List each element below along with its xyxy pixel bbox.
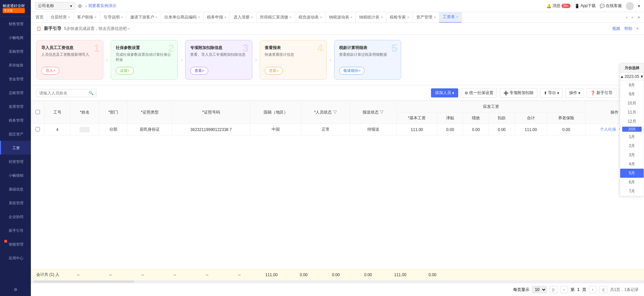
month-7[interactable]: 7月: [620, 187, 644, 196]
tab-customer[interactable]: 客户联络×: [74, 12, 100, 23]
close-tab-payroll[interactable]: ×: [456, 15, 458, 19]
close-tab-guide[interactable]: ×: [121, 15, 123, 19]
close-tab-customer[interactable]: ×: [95, 15, 97, 19]
tab-prev-icon[interactable]: ‹: [624, 14, 630, 21]
social-insurance-btn[interactable]: ⚙ 统一社保设置: [461, 88, 497, 98]
close-tab-clear[interactable]: ×: [251, 15, 253, 19]
row-checkbox[interactable]: [36, 127, 40, 131]
per-page-select[interactable]: 10 20 50: [532, 286, 547, 293]
tab-home[interactable]: 首页: [32, 12, 47, 23]
sidebar-item-guide[interactable]: 新手引导: [0, 223, 31, 237]
month-11[interactable]: 11月: [620, 108, 644, 117]
first-page-btn[interactable]: |‹: [549, 286, 558, 293]
month-8[interactable]: 8月: [620, 81, 644, 90]
message-btn[interactable]: 🔔 消息 99+: [546, 3, 571, 9]
filter-icon[interactable]: ▽: [333, 110, 337, 115]
company-selector[interactable]: 公司名称 ▾: [35, 2, 75, 10]
close-tab-tax-report[interactable]: ×: [224, 15, 226, 19]
app-download-btn[interactable]: 📱 App下载: [575, 3, 596, 9]
close-all-tabs-icon[interactable]: ×: [635, 14, 643, 21]
search-icon[interactable]: 🔍: [89, 91, 94, 95]
next-page-btn[interactable]: ›: [589, 286, 596, 293]
select-all-checkbox[interactable]: [36, 110, 40, 114]
tab-tax-expert[interactable]: 税检专家×: [386, 12, 413, 23]
close-guide-icon[interactable]: ×: [636, 26, 639, 31]
tab-income-tax[interactable]: 所得税汇算清缴×: [257, 12, 295, 23]
sidebar-item-app-center[interactable]: 应用中心: [0, 251, 31, 265]
sidebar-item-payroll[interactable]: 工资: [0, 141, 31, 155]
close-tab-assets[interactable]: ×: [434, 15, 436, 19]
close-tab-expert[interactable]: ×: [407, 15, 409, 19]
sidebar-item-inventory[interactable]: 库存核算: [0, 58, 31, 72]
close-tab-burden[interactable]: ×: [320, 15, 322, 19]
tab-next-icon[interactable]: ›: [630, 14, 635, 21]
month-3[interactable]: 3月: [620, 151, 644, 160]
month-2[interactable]: 2月: [620, 141, 644, 151]
sidebar-item-ledger[interactable]: 总账管理: [0, 86, 31, 99]
sidebar-item-tax[interactable]: 税务管理: [0, 113, 31, 127]
online-service-btn[interactable]: 💬 在线客服: [600, 3, 622, 9]
sidebar-item-expense[interactable]: 小畅报销: [0, 168, 31, 182]
newbie-guide-btn[interactable]: ❓ 新手引导: [587, 88, 616, 98]
month-1[interactable]: 1月: [620, 132, 644, 141]
user-menu[interactable]: ▾: [638, 4, 640, 8]
help-link[interactable]: 帮助: [624, 26, 632, 32]
tab-layered[interactable]: 分层经营×: [47, 12, 74, 23]
tab-clear[interactable]: 进入清册×: [230, 12, 257, 23]
tab-invite[interactable]: 邀请下游客户×: [127, 12, 161, 23]
prev-page-btn[interactable]: ‹: [560, 286, 568, 293]
close-tab-income[interactable]: ×: [289, 15, 291, 19]
settings-icon[interactable]: ⚙: [78, 3, 82, 9]
tab-tax-burden[interactable]: 税负波动表×: [295, 12, 326, 23]
close-tab-fluctuation[interactable]: ×: [351, 15, 353, 19]
sidebar-item-collab[interactable]: 企业协同: [0, 210, 31, 223]
month-5[interactable]: 5月: [620, 169, 644, 178]
scroll-thumb[interactable]: [34, 281, 134, 283]
close-tab-product[interactable]: ×: [198, 15, 200, 19]
sidebar-item-basic-info[interactable]: 基础信息: [0, 182, 31, 196]
close-tab-stat[interactable]: ×: [381, 15, 383, 19]
avatar[interactable]: [626, 2, 634, 10]
tab-tax-stat[interactable]: 纳税统计表×: [356, 12, 386, 23]
step-2-btn[interactable]: 设置>: [116, 67, 134, 75]
sidebar-item-finance[interactable]: 资金管理: [0, 72, 31, 86]
tab-assets[interactable]: 资产管理×: [413, 12, 439, 23]
month-9[interactable]: 9月: [620, 90, 644, 99]
table-scrollbar[interactable]: [31, 280, 644, 283]
personal-insurance-btn[interactable]: 个人社保: [600, 127, 616, 132]
special-deduction-btn[interactable]: ➕ 专项附加扣除: [500, 88, 537, 98]
tab-product-code[interactable]: 往来单位商品编码×: [161, 12, 204, 23]
demo-link[interactable]: ○ 我要看实例演示: [85, 3, 116, 9]
tab-tax-report[interactable]: 税务申报×: [204, 12, 230, 23]
month-6[interactable]: 6月: [620, 178, 644, 187]
month-12[interactable]: 12月: [620, 117, 644, 126]
report-filter-icon[interactable]: ▽: [380, 110, 384, 115]
close-tab-layered[interactable]: ×: [68, 15, 70, 19]
tab-tax-fluctuation[interactable]: 纳税波动表×: [326, 12, 356, 23]
step-1-btn[interactable]: 导入>: [41, 67, 59, 75]
last-page-btn[interactable]: ›|: [599, 286, 607, 293]
year-up-icon[interactable]: ▲: [620, 74, 624, 79]
sidebar-item-system[interactable]: 系统管理: [0, 196, 31, 210]
sidebar-item-sales[interactable]: 销售管理: [0, 17, 31, 31]
export-btn[interactable]: ⬆ 导出 ▾: [540, 88, 563, 98]
tab-payroll[interactable]: 工资表×: [439, 12, 462, 23]
step-4-btn[interactable]: 查看>: [265, 67, 283, 75]
close-tab-invite[interactable]: ×: [156, 15, 158, 19]
sidebar-item-invoice[interactable]: 发票管理: [0, 99, 31, 113]
year-down-icon[interactable]: ▼: [640, 74, 644, 79]
search-input[interactable]: [39, 91, 87, 95]
sidebar-item-purchase[interactable]: 采购管理: [0, 44, 31, 58]
sidebar-item-fixed-assets[interactable]: 固定资产: [0, 127, 31, 141]
add-employee-btn[interactable]: 添加人员 ▾: [431, 88, 458, 97]
tab-guide-desc[interactable]: 引导说明×: [100, 12, 127, 23]
sidebar-item-management[interactable]: 经营管理: [0, 155, 31, 168]
step-5-btn[interactable]: 敬请期待>: [339, 67, 365, 75]
month-4[interactable]: 4月: [620, 160, 644, 169]
sidebar-item-ecommerce[interactable]: 小畅电商: [0, 31, 31, 44]
month-10[interactable]: 10月: [620, 99, 644, 108]
sidebar-settings[interactable]: ⚙: [0, 283, 31, 296]
step-3-btn[interactable]: 查看>: [190, 67, 208, 75]
sidebar-item-ai[interactable]: 智能管理: [0, 237, 31, 251]
operation-btn[interactable]: 操作 ▾: [566, 88, 584, 98]
